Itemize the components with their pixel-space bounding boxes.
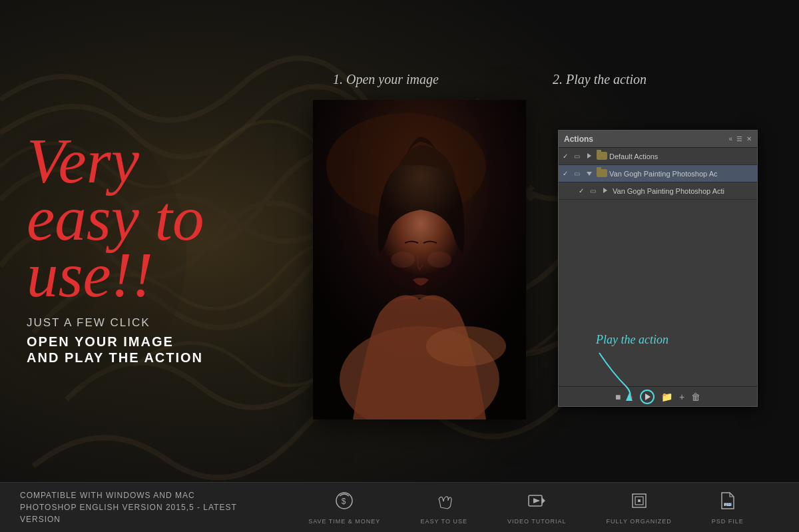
headline-use: use!! <box>27 247 280 304</box>
left-text-block: Very easy to use!! Just a few click Open… <box>27 133 280 366</box>
panel-close-icon[interactable]: ✕ <box>746 135 752 142</box>
actions-empty-area <box>559 200 757 386</box>
svg-marker-15 <box>533 498 540 503</box>
panel-collapse-icon[interactable]: « <box>728 135 732 142</box>
panel-controls: « ☰ ✕ <box>728 135 752 142</box>
create-set-btn[interactable]: 📁 <box>661 392 672 402</box>
folder-icon-default <box>597 152 607 161</box>
record-btn[interactable]: ● <box>627 392 633 402</box>
footer: Compatible with Windows and Mac Photosho… <box>0 482 799 532</box>
svg-rect-18 <box>638 499 641 502</box>
actions-panel: Actions « ☰ ✕ ✓ ▭ Default Actions ✓ ▭ Va… <box>558 130 758 407</box>
delete-btn[interactable]: 🗑 <box>691 392 700 402</box>
footer-compat-text: Compatible with Windows and Mac Photosho… <box>20 489 273 525</box>
psd-icon: PSD <box>718 491 738 515</box>
step1-label: 1. Open your image <box>333 72 439 87</box>
feature-label-video: Video Tutorial <box>507 518 567 525</box>
panel-menu-icon[interactable]: ☰ <box>736 135 742 142</box>
actions-panel-toolbar: ■ ● 📁 + 🗑 <box>559 386 757 406</box>
feature-label-save-money: Save Time & Money <box>308 518 380 525</box>
row-triangle-action <box>600 187 611 194</box>
row-square-default: ▭ <box>571 152 582 160</box>
feature-video: Video Tutorial <box>507 491 567 525</box>
play-triangle-icon <box>645 394 651 400</box>
check-action: ✓ <box>577 187 585 194</box>
row-triangle-default <box>584 152 595 160</box>
video-icon <box>527 491 547 515</box>
row-label-vangogh: Van Gogh Painting Photoshop Ac <box>609 170 754 178</box>
feature-organized: Fully Organized <box>607 491 672 525</box>
play-button[interactable] <box>640 390 655 404</box>
actions-row-vangogh-folder[interactable]: ✓ ▭ Van Gogh Painting Photoshop Ac <box>559 165 757 182</box>
svg-rect-9 <box>313 100 526 419</box>
easy-use-icon <box>434 491 454 515</box>
feature-label-easy: Easy to Use <box>420 518 467 525</box>
compat-line2: Photoshop English Version 2015,5 - Lates… <box>20 501 273 525</box>
svg-text:PSD: PSD <box>724 502 732 506</box>
check-vangogh: ✓ <box>561 170 569 177</box>
woman-svg <box>313 100 526 419</box>
sub-text-open: Open your image and play the action <box>27 334 280 366</box>
sub-text-clicks: Just a few click <box>27 316 280 330</box>
feature-easy-use: Easy to Use <box>420 491 467 525</box>
create-action-btn[interactable]: + <box>679 392 684 402</box>
headline-easy-to: easy to <box>27 190 280 248</box>
folder-icon-vangogh <box>597 169 607 178</box>
save-money-icon: $ <box>334 491 354 515</box>
feature-label-psd: PSD File <box>712 518 744 525</box>
row-label-action: Van Gogh Painting Photoshop Acti <box>613 187 754 195</box>
actions-row-vangogh-action[interactable]: ✓ ▭ Van Gogh Painting Photoshop Acti <box>559 182 757 200</box>
center-photo <box>313 100 526 419</box>
organized-icon <box>629 491 649 515</box>
row-square-action: ▭ <box>587 187 598 194</box>
check-default: ✓ <box>561 152 569 160</box>
row-square-vangogh: ▭ <box>571 170 582 177</box>
feature-label-organized: Fully Organized <box>607 518 672 525</box>
row-label-default: Default Actions <box>609 152 754 160</box>
actions-panel-header: Actions « ☰ ✕ <box>559 131 757 148</box>
step2-label: 2. Play the action <box>553 72 647 87</box>
headline-very: Very <box>27 133 280 190</box>
actions-panel-title: Actions <box>564 134 593 144</box>
content-layer: 1. Open your image 2. Play the action Ve… <box>0 0 799 532</box>
svg-marker-14 <box>542 498 545 503</box>
stop-btn[interactable]: ■ <box>615 392 621 402</box>
footer-features: $ Save Time & Money Easy to Use <box>273 491 779 525</box>
photo-inner <box>313 100 526 419</box>
actions-row-default[interactable]: ✓ ▭ Default Actions <box>559 148 757 165</box>
row-triangle-vangogh <box>584 170 595 177</box>
feature-save-money: $ Save Time & Money <box>308 491 380 525</box>
compat-line1: Compatible with Windows and Mac <box>20 489 273 501</box>
svg-text:$: $ <box>342 497 346 506</box>
play-annotation-text: Play the action <box>596 333 668 347</box>
feature-psd: PSD PSD File <box>712 491 744 525</box>
